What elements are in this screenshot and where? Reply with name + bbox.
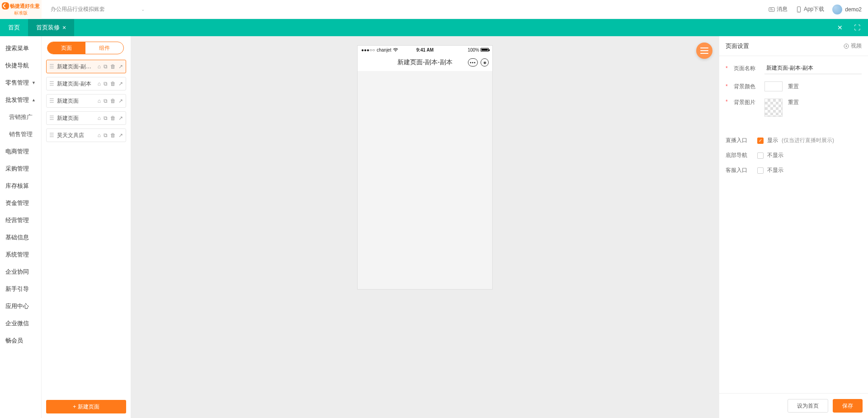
page-name-label: 页面名称 bbox=[734, 65, 759, 72]
page-list-item[interactable]: ☰新建页面-副本...⌂⧉🗑↗ bbox=[46, 60, 126, 73]
sidebar-item-label: 新手引导 bbox=[5, 285, 29, 293]
more-icon[interactable]: ••• bbox=[468, 58, 478, 66]
drag-handle-icon[interactable]: ☰ bbox=[49, 115, 54, 121]
video-label: 视频 bbox=[851, 42, 862, 50]
tab-home[interactable]: 首页 bbox=[0, 19, 28, 36]
segment-page-label: 页面 bbox=[61, 44, 72, 52]
settings-title: 页面设置 bbox=[726, 42, 749, 50]
sidebar-item[interactable]: 零售管理▼ bbox=[0, 74, 41, 91]
chevron-down-icon: ⌄ bbox=[141, 7, 145, 12]
service-entry-checkbox[interactable] bbox=[757, 167, 764, 174]
drag-handle-icon[interactable]: ☰ bbox=[49, 63, 54, 70]
home-icon[interactable]: ⌂ bbox=[98, 115, 101, 121]
live-entry-checkbox[interactable]: ✓ bbox=[757, 138, 764, 144]
home-icon[interactable]: ⌂ bbox=[98, 98, 101, 104]
segment-control: 页面 组件 bbox=[47, 42, 124, 54]
sidebar-item[interactable]: 新手引导 bbox=[0, 280, 41, 298]
username: demo2 bbox=[845, 6, 862, 13]
sidebar-item[interactable]: 采购管理 bbox=[0, 160, 41, 177]
page-list-item[interactable]: ☰新建页面⌂⧉🗑↗ bbox=[46, 111, 126, 125]
delete-icon[interactable]: 🗑 bbox=[110, 98, 116, 104]
share-icon[interactable]: ↗ bbox=[118, 81, 123, 87]
sidebar-item[interactable]: 企业协同 bbox=[0, 263, 41, 280]
user-menu[interactable]: demo2 bbox=[832, 5, 862, 14]
drag-handle-icon[interactable]: ☰ bbox=[49, 132, 54, 138]
video-help-link[interactable]: 视频 bbox=[844, 42, 862, 50]
sidebar-item[interactable]: 批发管理▲ bbox=[0, 91, 41, 109]
sidebar-item[interactable]: 搜索菜单 bbox=[0, 40, 41, 57]
sidebar-item[interactable]: 系统管理 bbox=[0, 246, 41, 263]
share-icon[interactable]: ↗ bbox=[118, 98, 123, 104]
fullscreen-toggle[interactable]: ⛶ bbox=[851, 21, 863, 34]
bg-image-reset[interactable]: 重置 bbox=[788, 99, 799, 106]
target-icon[interactable]: ◉ bbox=[481, 58, 489, 66]
sidebar-item[interactable]: 营销推广 bbox=[0, 109, 41, 126]
share-icon[interactable]: ↗ bbox=[118, 63, 123, 70]
sidebar-item[interactable]: 企业微信 bbox=[0, 315, 41, 332]
drag-handle-icon[interactable]: ☰ bbox=[49, 81, 54, 87]
share-icon[interactable]: ↗ bbox=[118, 132, 123, 138]
app-download-link[interactable]: App下载 bbox=[796, 5, 824, 13]
messages-label: 消息 bbox=[777, 5, 788, 13]
phone-time: 9:41 AM bbox=[416, 48, 434, 52]
page-item-name: 新建页面-副本 bbox=[57, 80, 95, 88]
sidebar-item-label: 经营管理 bbox=[5, 216, 29, 224]
bg-image-swatch[interactable] bbox=[764, 99, 783, 117]
sidebar-item-label: 基础信息 bbox=[5, 233, 29, 242]
copy-icon[interactable]: ⧉ bbox=[104, 63, 108, 70]
messages-link[interactable]: 消息 bbox=[769, 5, 788, 13]
component-drawer-toggle[interactable] bbox=[696, 43, 712, 59]
sidebar-item[interactable]: 库存核算 bbox=[0, 177, 41, 195]
bg-color-swatch[interactable] bbox=[764, 81, 783, 91]
live-entry-label: 直播入口 bbox=[726, 137, 754, 144]
page-list-item[interactable]: ☰新建页面-副本⌂⧉🗑↗ bbox=[46, 77, 126, 90]
delete-icon[interactable]: 🗑 bbox=[110, 81, 116, 87]
sidebar-item[interactable]: 资金管理 bbox=[0, 195, 41, 212]
segment-page[interactable]: 页面 bbox=[47, 42, 85, 54]
tab-decorate[interactable]: 首页装修 × bbox=[28, 19, 74, 36]
live-entry-text: 显示 bbox=[767, 137, 778, 144]
bg-color-label: 背景颜色 bbox=[734, 83, 759, 90]
copy-icon[interactable]: ⧉ bbox=[104, 115, 108, 121]
sidebar-item-label: 批发管理 bbox=[5, 96, 29, 104]
segment-component[interactable]: 组件 bbox=[85, 42, 123, 54]
new-page-button[interactable]: + 新建页面 bbox=[46, 400, 126, 413]
bottom-nav-checkbox[interactable] bbox=[757, 152, 764, 159]
home-icon[interactable]: ⌂ bbox=[98, 63, 101, 70]
delete-icon[interactable]: 🗑 bbox=[110, 132, 116, 138]
page-list-item[interactable]: ☰新建页面⌂⧉🗑↗ bbox=[46, 94, 126, 108]
brand-name: 畅捷通好生意 bbox=[10, 3, 40, 10]
sidebar-item[interactable]: 电商管理 bbox=[0, 143, 41, 160]
save-button[interactable]: 保存 bbox=[833, 399, 863, 413]
set-home-button[interactable]: 设为首页 bbox=[788, 399, 828, 413]
page-item-name: 昊天文具店 bbox=[57, 132, 95, 139]
share-icon[interactable]: ↗ bbox=[118, 115, 123, 121]
page-item-name: 新建页面-副本... bbox=[57, 63, 95, 71]
bottom-nav-text: 不显示 bbox=[767, 152, 783, 159]
brand-logo[interactable]: 畅捷通好生意 标准版 bbox=[0, 0, 42, 19]
sidebar-item[interactable]: 快捷导航 bbox=[0, 57, 41, 74]
sidebar-item[interactable]: 销售管理 bbox=[0, 126, 41, 143]
message-icon bbox=[769, 6, 775, 13]
delete-icon[interactable]: 🗑 bbox=[110, 63, 116, 70]
copy-icon[interactable]: ⧉ bbox=[104, 81, 108, 87]
copy-icon[interactable]: ⧉ bbox=[104, 98, 108, 104]
close-all-tabs[interactable]: ✕ bbox=[834, 21, 846, 34]
drag-handle-icon[interactable]: ☰ bbox=[49, 98, 54, 104]
close-icon[interactable]: × bbox=[62, 24, 66, 31]
sidebar-item[interactable]: 基础信息 bbox=[0, 229, 41, 246]
page-list-item[interactable]: ☰昊天文具店⌂⧉🗑↗ bbox=[46, 128, 126, 142]
copy-icon[interactable]: ⧉ bbox=[104, 132, 108, 138]
service-entry-text: 不显示 bbox=[767, 166, 783, 174]
account-selector[interactable]: 办公用品行业模拟账套 ⌄ bbox=[51, 5, 145, 13]
sidebar-item[interactable]: 应用中心 bbox=[0, 298, 41, 315]
bg-color-reset[interactable]: 重置 bbox=[788, 83, 799, 90]
sidebar-item[interactable]: 经营管理 bbox=[0, 212, 41, 229]
sidebar-item[interactable]: 畅会员 bbox=[0, 332, 41, 349]
home-icon[interactable]: ⌂ bbox=[98, 132, 101, 138]
home-icon[interactable]: ⌂ bbox=[98, 81, 101, 87]
page-name-input[interactable] bbox=[764, 62, 862, 74]
tab-decorate-label: 首页装修 bbox=[36, 24, 60, 32]
save-label: 保存 bbox=[842, 403, 853, 409]
delete-icon[interactable]: 🗑 bbox=[110, 115, 116, 121]
